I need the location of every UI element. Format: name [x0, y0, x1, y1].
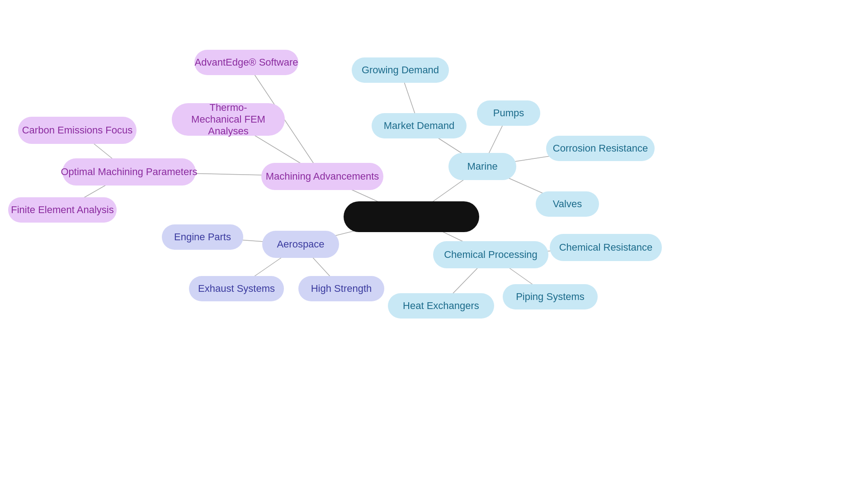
node-growing-demand: Growing Demand — [352, 57, 449, 83]
node-thermo: Thermo-Mechanical FEM Analyses — [172, 103, 285, 136]
node-finite: Finite Element Analysis — [8, 197, 117, 223]
node-chemical-resistance: Chemical Resistance — [550, 234, 662, 261]
node-engine-parts: Engine Parts — [162, 224, 243, 250]
node-piping: Piping Systems — [503, 284, 598, 309]
node-machining-advancements: Machining Advancements — [261, 163, 383, 190]
node-valves: Valves — [536, 191, 599, 217]
node-heat-exchangers: Heat Exchangers — [388, 293, 494, 319]
node-chemical-processing: Chemical Processing — [433, 241, 548, 268]
node-marine: Marine — [448, 153, 516, 180]
node-high-strength: High Strength — [298, 276, 384, 301]
node-corrosion: Corrosion Resistance — [546, 136, 655, 161]
node-optimal: Optimal Machining Parameters — [62, 158, 196, 186]
node-carbon: Carbon Emissions Focus — [18, 117, 137, 144]
node-advantedge: AdvantEdge® Software — [194, 50, 298, 75]
center-node — [344, 201, 479, 232]
node-aerospace: Aerospace — [262, 231, 339, 258]
node-exhaust: Exhaust Systems — [189, 276, 284, 301]
node-market-demand: Market Demand — [372, 113, 467, 138]
node-pumps: Pumps — [477, 100, 540, 126]
